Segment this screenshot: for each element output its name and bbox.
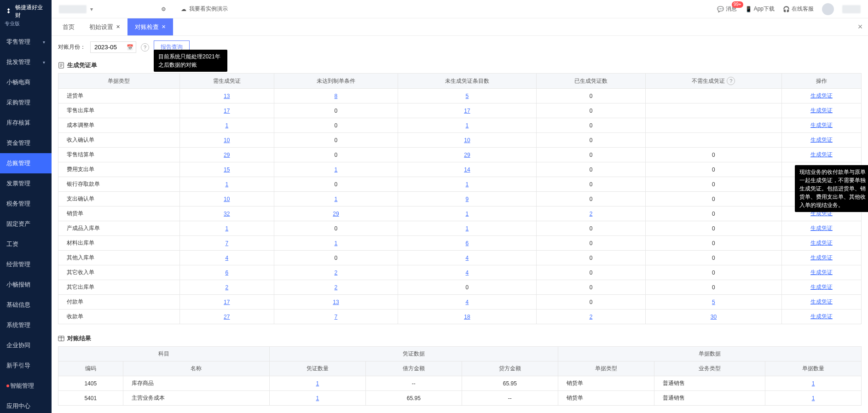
count-link[interactable]: 13 xyxy=(224,93,230,99)
count-link[interactable]: 30 xyxy=(711,314,717,320)
nav-item[interactable]: 资金管理 xyxy=(0,133,52,153)
generate-voucher-link[interactable]: 生成凭证 xyxy=(810,269,833,275)
nav-item[interactable]: 总账管理 xyxy=(0,153,52,173)
table-cell: 普通销售 xyxy=(654,376,765,391)
table-cell: 银行存取款单 xyxy=(58,177,180,192)
table-cell: 0 xyxy=(646,265,782,280)
avatar[interactable] xyxy=(822,3,834,15)
count-link[interactable]: 10 xyxy=(464,137,470,143)
gear-icon[interactable]: ⚙ xyxy=(161,6,166,12)
generate-voucher-link[interactable]: 生成凭证 xyxy=(810,313,833,320)
count-link[interactable]: 1 xyxy=(466,225,469,232)
count-link[interactable]: 4 xyxy=(466,299,469,305)
count-link[interactable]: 1 xyxy=(316,395,319,402)
count-link[interactable]: 9 xyxy=(466,196,469,202)
count-link[interactable]: 7 xyxy=(335,314,338,320)
count-link[interactable]: 7 xyxy=(225,240,228,247)
tab[interactable]: 首页 xyxy=(55,18,82,35)
count-link[interactable]: 2 xyxy=(590,211,593,217)
generate-voucher-link[interactable]: 生成凭证 xyxy=(810,151,833,158)
nav-item[interactable]: 小畅电商 xyxy=(0,72,52,92)
help-icon[interactable]: ? xyxy=(141,43,149,52)
nav-item[interactable]: 固定资产 xyxy=(0,214,52,234)
close-icon[interactable]: ✕ xyxy=(162,24,166,30)
generate-voucher-link[interactable]: 生成凭证 xyxy=(810,225,833,231)
generate-voucher-link[interactable]: 生成凭证 xyxy=(810,92,833,99)
count-link[interactable]: 1 xyxy=(812,395,815,402)
close-all-tabs-button[interactable]: × xyxy=(852,18,868,35)
count-link[interactable]: 18 xyxy=(464,314,470,320)
count-link[interactable]: 17 xyxy=(224,108,230,114)
generate-voucher-link[interactable]: 生成凭证 xyxy=(810,298,833,305)
count-link[interactable]: 6 xyxy=(466,240,469,247)
nav-item[interactable]: 发票管理 xyxy=(0,173,52,194)
count-link[interactable]: 27 xyxy=(224,314,230,320)
count-link[interactable]: 1 xyxy=(225,181,228,188)
count-link[interactable]: 8 xyxy=(335,93,338,99)
count-link[interactable]: 4 xyxy=(225,255,228,261)
count-link[interactable]: 1 xyxy=(225,225,228,232)
count-link[interactable]: 6 xyxy=(225,270,228,276)
nav-item[interactable]: 新手引导 xyxy=(0,356,52,376)
count-link[interactable]: 14 xyxy=(464,166,470,173)
count-link[interactable]: 1 xyxy=(225,122,228,129)
count-link[interactable]: 5 xyxy=(466,93,469,99)
generate-voucher-link[interactable]: 生成凭证 xyxy=(810,254,833,261)
count-link[interactable]: 4 xyxy=(466,270,469,276)
nav-item[interactable]: 系统管理 xyxy=(0,315,52,335)
count-link[interactable]: 15 xyxy=(224,166,230,173)
generate-voucher-link[interactable]: 生成凭证 xyxy=(810,107,833,114)
nav-item[interactable]: 经营管理 xyxy=(0,254,52,275)
generate-voucher-link[interactable]: 生成凭证 xyxy=(810,284,833,290)
count-link[interactable]: 10 xyxy=(224,196,230,202)
count-link[interactable]: 10 xyxy=(224,137,230,143)
count-link[interactable]: 2 xyxy=(335,284,338,291)
voucher-table: 单据类型需生成凭证未达到制单条件未生成凭证条目数已生成凭证数不需生成凭证?操作进… xyxy=(58,73,862,324)
generate-voucher-link[interactable]: 生成凭证 xyxy=(810,137,833,143)
table-row: 其它出库单22000生成凭证 xyxy=(58,280,862,295)
close-icon[interactable]: ✕ xyxy=(116,24,120,30)
help-icon[interactable]: ? xyxy=(727,77,735,85)
support-button[interactable]: 🎧 在线客服 xyxy=(783,5,814,13)
nav-item[interactable]: 工资 xyxy=(0,234,52,254)
count-link[interactable]: 17 xyxy=(224,299,230,305)
count-link[interactable]: 4 xyxy=(466,255,469,261)
nav-item[interactable]: 零售管理▾ xyxy=(0,32,52,52)
count-link[interactable]: 1 xyxy=(466,211,469,217)
count-link[interactable]: 1 xyxy=(335,240,338,247)
tab[interactable]: 对账检查✕ xyxy=(127,18,173,35)
tab[interactable]: 初始设置✕ xyxy=(82,18,127,35)
app-download-button[interactable]: 📱 App下载 xyxy=(745,5,775,13)
nav-item[interactable]: 应用中心 xyxy=(0,396,52,413)
count-link[interactable]: 5 xyxy=(712,299,715,305)
nav-item[interactable]: 批发管理▾ xyxy=(0,52,52,72)
count-link[interactable]: 29 xyxy=(333,211,339,217)
count-link[interactable]: 17 xyxy=(464,108,470,114)
nav-item[interactable]: 智能管理 xyxy=(0,376,52,396)
count-link[interactable]: 1 xyxy=(466,181,469,188)
count-link[interactable]: 29 xyxy=(224,152,230,158)
count-link[interactable]: 1 xyxy=(335,196,338,202)
calendar-icon[interactable]: 📅 xyxy=(127,44,133,51)
nav-item[interactable]: 基础信息 xyxy=(0,295,52,315)
count-link[interactable]: 13 xyxy=(333,299,339,305)
nav-item[interactable]: 企业协同 xyxy=(0,335,52,356)
nav-item[interactable]: 税务管理 xyxy=(0,194,52,214)
nav-item[interactable]: 小畅报销 xyxy=(0,275,52,295)
nav-item[interactable]: 库存核算 xyxy=(0,113,52,133)
count-link[interactable]: 1 xyxy=(316,380,319,387)
count-link[interactable]: 32 xyxy=(224,211,230,217)
org-selector[interactable]: ▾ xyxy=(59,5,156,13)
generate-voucher-link[interactable]: 生成凭证 xyxy=(810,122,833,128)
count-link[interactable]: 1 xyxy=(812,380,815,387)
count-link[interactable]: 2 xyxy=(335,270,338,276)
count-link[interactable]: 1 xyxy=(335,166,338,173)
count-link[interactable]: 2 xyxy=(590,314,593,320)
count-link[interactable]: 1 xyxy=(466,122,469,129)
nav-item[interactable]: 采购管理 xyxy=(0,92,52,113)
generate-voucher-link[interactable]: 生成凭证 xyxy=(810,240,833,246)
count-link[interactable]: 2 xyxy=(225,284,228,291)
demo-link[interactable]: ☁ 我要看实例演示 xyxy=(181,5,228,13)
messages-button[interactable]: 💬 消息 99+ xyxy=(717,5,737,13)
count-link[interactable]: 29 xyxy=(464,152,470,158)
